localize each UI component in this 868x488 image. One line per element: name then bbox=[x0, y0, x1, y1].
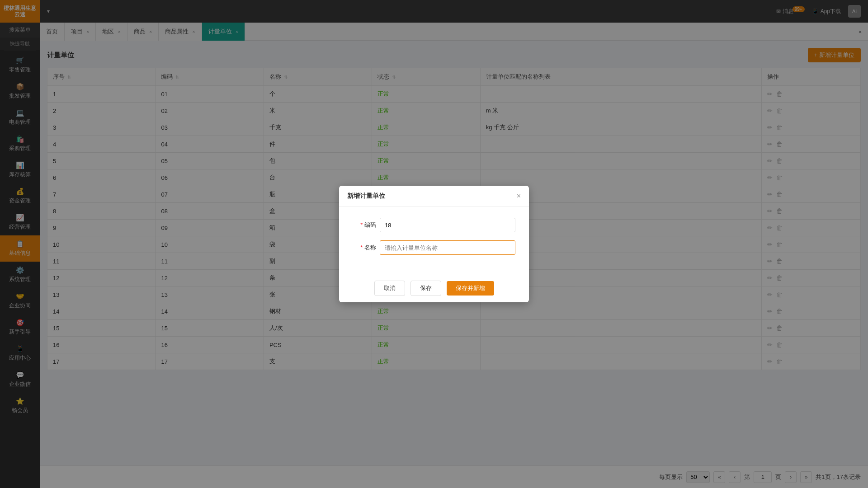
save-button[interactable]: 保存 bbox=[410, 281, 441, 296]
save-and-new-button[interactable]: 保存并新增 bbox=[447, 281, 494, 296]
code-input[interactable] bbox=[380, 218, 515, 232]
modal-overlay: 新增计量单位 × 编码 名称 取消 保存 保存并新增 bbox=[0, 0, 868, 488]
form-row-code: 编码 bbox=[353, 218, 515, 232]
modal-body: 编码 名称 bbox=[339, 207, 529, 274]
cancel-button[interactable]: 取消 bbox=[374, 281, 405, 296]
name-label: 名称 bbox=[353, 244, 380, 252]
modal-title: 新增计量单位 bbox=[347, 192, 385, 200]
modal-footer: 取消 保存 保存并新增 bbox=[339, 274, 529, 302]
modal-header: 新增计量单位 × bbox=[339, 186, 529, 207]
name-input[interactable] bbox=[380, 240, 515, 255]
code-label: 编码 bbox=[353, 221, 380, 229]
form-row-name: 名称 bbox=[353, 240, 515, 255]
modal-close-button[interactable]: × bbox=[517, 192, 521, 200]
add-unit-modal: 新增计量单位 × 编码 名称 取消 保存 保存并新增 bbox=[339, 186, 529, 302]
